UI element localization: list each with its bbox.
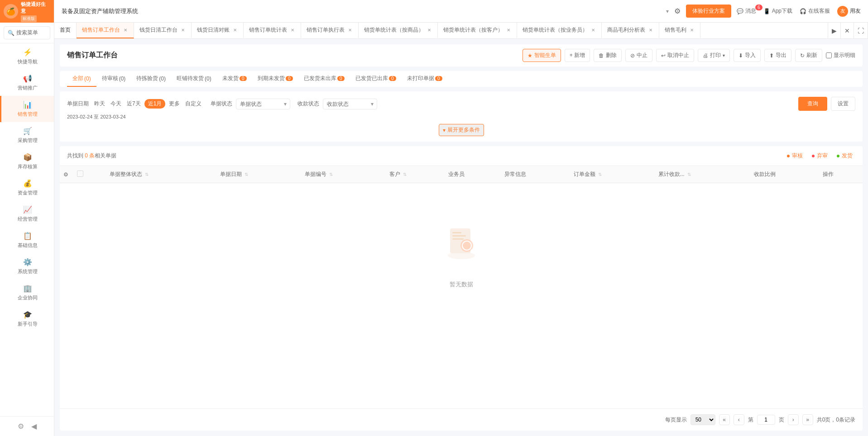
- sidebar-item-inventory[interactable]: 📦 库存核算: [0, 148, 54, 175]
- tab-sales-summary-customer[interactable]: 销货单统计表（按客户） ✕: [438, 23, 517, 38]
- refresh-button[interactable]: ↻ 刷新: [795, 49, 822, 62]
- tab-margin-analysis[interactable]: 商品毛利分析表 ✕: [602, 23, 659, 38]
- filter-tab-pending-verify[interactable]: 待拣验货 (0): [131, 71, 171, 87]
- sidebar-item-operations[interactable]: 📈 经营管理: [0, 201, 54, 227]
- tabs-maximize[interactable]: ⛶: [854, 23, 868, 38]
- smart-generate-button[interactable]: ★ 智能生单: [523, 49, 561, 62]
- settings-icon[interactable]: ⚙: [674, 7, 681, 15]
- filter-tab-wangpu-ship[interactable]: 旺铺待发货 (0): [171, 71, 217, 87]
- date-1month[interactable]: 近1月: [144, 99, 166, 109]
- import-button[interactable]: ⬇ 导入: [734, 49, 761, 62]
- sidebar-item-sales[interactable]: 📊 销售管理: [0, 96, 54, 122]
- industry-solution-button[interactable]: 体验行业方案: [686, 5, 731, 18]
- tab-sales-workbench[interactable]: 销售订单工作台 ✕: [77, 23, 134, 38]
- sidebar-collapse-button[interactable]: ◀: [29, 420, 38, 432]
- page-size-select[interactable]: 50 10 20 100: [691, 414, 715, 425]
- select-all-checkbox[interactable]: [77, 171, 83, 177]
- tab-sales-stats[interactable]: 销售订单统计表 ✕: [244, 23, 301, 38]
- show-detail-checkbox[interactable]: [826, 52, 832, 58]
- app-download-item[interactable]: 📱 App下载: [763, 7, 792, 15]
- first-page-button[interactable]: «: [719, 414, 730, 425]
- sidebar-item-finance[interactable]: 💰 资金管理: [0, 175, 54, 201]
- prev-page-button[interactable]: ‹: [734, 414, 744, 425]
- revoke-dot: [812, 155, 815, 157]
- sidebar-item-guide[interactable]: 🎓 新手引导: [0, 306, 54, 332]
- review-action[interactable]: 审核: [784, 151, 806, 161]
- payment-select[interactable]: 收款状态: [323, 99, 377, 109]
- tab-close-icon[interactable]: ✕: [506, 27, 511, 33]
- column-settings-icon[interactable]: ⚙: [63, 171, 68, 178]
- add-button[interactable]: + 新增: [565, 49, 590, 62]
- tab-cash-daily[interactable]: 钱货日清工作台 ✕: [134, 23, 192, 38]
- tab-sales-profit[interactable]: 销售毛利 ✕: [659, 23, 700, 38]
- query-button[interactable]: 查询: [798, 97, 827, 111]
- tab-close-icon[interactable]: ✕: [123, 27, 128, 33]
- show-detail-label[interactable]: 显示明细: [826, 52, 855, 59]
- sort-icon[interactable]: ⇅: [329, 172, 333, 177]
- tab-close-icon[interactable]: ✕: [290, 27, 295, 33]
- th-settings: ⚙: [60, 166, 73, 183]
- sidebar-item-enterprise[interactable]: 🏢 企业协同: [0, 280, 54, 306]
- cancel-stop-button[interactable]: ↩ 取消中止: [656, 49, 694, 62]
- logo-text-group: 畅捷通好生意 标准版: [21, 1, 50, 22]
- sidebar-item-quick-nav[interactable]: ⚡ 快捷导航: [0, 43, 54, 70]
- tab-sales-summary-product[interactable]: 销货单统计表（按商品） ✕: [359, 23, 438, 38]
- filter-tab-not-shipped[interactable]: 未发货 0: [217, 71, 252, 87]
- filter-tab-not-printed[interactable]: 未打印单据 0: [402, 71, 448, 87]
- delete-button[interactable]: 🗑 删除: [594, 49, 622, 62]
- filter-tab-shipped-out[interactable]: 已发货已出库 0: [350, 71, 402, 87]
- sidebar-item-system[interactable]: ⚙️ 系统管理: [0, 253, 54, 280]
- th-collected: 累计收款... ⇅: [655, 166, 750, 183]
- date-7days[interactable]: 近7天: [125, 99, 143, 109]
- sidebar-item-basic[interactable]: 📋 基础信息: [0, 227, 54, 253]
- sort-icon[interactable]: ⇅: [145, 172, 149, 177]
- tab-close-icon[interactable]: ✕: [689, 27, 695, 33]
- tab-close-icon[interactable]: ✕: [427, 27, 432, 33]
- ship-action[interactable]: 发货: [834, 151, 855, 161]
- th-amount-label: 订单金额: [574, 171, 595, 177]
- message-item[interactable]: 💬 6 消息: [737, 7, 756, 15]
- page-input[interactable]: [757, 415, 775, 425]
- sort-icon[interactable]: ⇅: [687, 172, 691, 177]
- last-page-button[interactable]: »: [802, 414, 813, 425]
- status-select[interactable]: 单据状态: [236, 99, 290, 109]
- filter-tab-all[interactable]: 全部 (0): [67, 71, 96, 87]
- date-today[interactable]: 今天: [109, 99, 123, 109]
- export-button[interactable]: ⬆ 导出: [764, 49, 791, 62]
- th-date: 单据日期 ⇅: [216, 166, 301, 183]
- empty-state: 暂无数据: [60, 183, 863, 325]
- tab-close-icon[interactable]: ✕: [232, 27, 238, 33]
- tab-label: 销货单统计表（按业务员）: [523, 26, 588, 34]
- sidebar-settings-button[interactable]: ⚙: [16, 420, 26, 432]
- date-more[interactable]: 更多: [167, 99, 182, 109]
- filter-tab-shipped-not-out[interactable]: 已发货未出库 0: [298, 71, 350, 87]
- stop-button[interactable]: ⊘ 中止: [625, 49, 652, 62]
- tab-cash-reconcile[interactable]: 钱货日清对账 ✕: [192, 23, 244, 38]
- tab-close-icon[interactable]: ✕: [180, 27, 186, 33]
- user-menu[interactable]: 友 用友: [837, 6, 861, 17]
- expand-button[interactable]: ▾ 展开更多条件: [439, 124, 484, 136]
- search-menu-button[interactable]: 🔍 搜索菜单: [4, 26, 50, 39]
- next-page-button[interactable]: ›: [788, 414, 799, 425]
- date-custom[interactable]: 自定义: [183, 99, 203, 109]
- tab-close-icon[interactable]: ✕: [347, 27, 353, 33]
- tab-sales-summary-staff[interactable]: 销货单统计表（按业务员） ✕: [517, 23, 602, 38]
- sidebar-item-purchase[interactable]: 🛒 采购管理: [0, 122, 54, 148]
- settings-button[interactable]: 设置: [831, 97, 855, 111]
- tab-close-icon[interactable]: ✕: [590, 27, 596, 33]
- sort-icon[interactable]: ⇅: [598, 172, 602, 177]
- date-yesterday[interactable]: 昨天: [92, 99, 107, 109]
- sort-icon[interactable]: ⇅: [245, 172, 248, 177]
- filter-tab-overdue[interactable]: 到期未发货 0: [252, 71, 298, 87]
- sidebar-item-marketing[interactable]: 📢 营销推广: [0, 70, 54, 96]
- online-service-item[interactable]: 🎧 在线客服: [800, 7, 830, 15]
- tabs-close-all[interactable]: ✕: [841, 23, 854, 38]
- filter-tab-pending-review[interactable]: 待审核 (0): [96, 71, 131, 87]
- print-button[interactable]: 🖨 打印 ▾: [698, 49, 730, 62]
- sort-icon[interactable]: ⇅: [403, 172, 407, 177]
- tab-home[interactable]: 首页: [54, 23, 77, 38]
- tabs-scroll-right[interactable]: ▶: [828, 23, 841, 38]
- tab-close-icon[interactable]: ✕: [648, 27, 653, 33]
- tab-sales-execute[interactable]: 销售订单执行表 ✕: [301, 23, 359, 38]
- revoke-action[interactable]: 弃审: [809, 151, 830, 161]
